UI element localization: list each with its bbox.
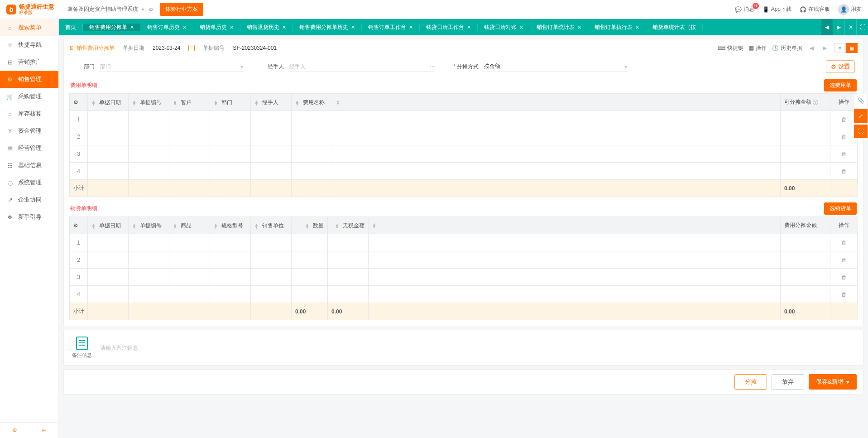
- view-card-button[interactable]: ▦: [846, 43, 858, 53]
- doc-date-value[interactable]: 2023-03-24: [153, 45, 180, 51]
- discard-button[interactable]: 放弃: [772, 374, 804, 390]
- column-header[interactable]: ▲▼客户: [169, 94, 210, 111]
- settings-button[interactable]: ⚙设置: [826, 60, 855, 73]
- trash-icon[interactable]: 🗑: [841, 116, 847, 123]
- method-input[interactable]: [483, 62, 628, 72]
- handler-input[interactable]: [288, 62, 433, 72]
- table-row[interactable]: 1🗑: [70, 111, 858, 128]
- sidebar-item[interactable]: ⌕搜索菜单: [0, 19, 58, 36]
- prev-doc-button[interactable]: ◀: [808, 45, 815, 51]
- close-icon[interactable]: ✕: [282, 24, 286, 30]
- table-row[interactable]: 2🗑: [70, 251, 858, 269]
- column-header[interactable]: ▲▼规格型号: [210, 217, 251, 234]
- history-link[interactable]: 🕓历史单据: [772, 44, 802, 52]
- sidebar-item[interactable]: ▤经营管理: [0, 140, 58, 157]
- column-header[interactable]: ▲▼费用名称: [292, 94, 332, 111]
- operate-link[interactable]: ▦操作: [749, 44, 767, 52]
- shortcut-link[interactable]: ⌨快捷键: [718, 44, 743, 52]
- select-expense-button[interactable]: 选费用单: [824, 79, 857, 91]
- tab[interactable]: 销售订单统计表✕: [530, 24, 588, 31]
- close-icon[interactable]: ✕: [130, 24, 134, 30]
- close-icon[interactable]: ✕: [409, 24, 413, 30]
- tab-scroll-right[interactable]: ▶: [833, 19, 844, 35]
- tab-scroll-left[interactable]: ◀: [821, 19, 833, 35]
- tab[interactable]: 销售订单执行表✕: [588, 24, 646, 31]
- select-sales-button[interactable]: 选销货单: [824, 202, 857, 215]
- trash-icon[interactable]: 🗑: [841, 257, 847, 263]
- view-list-button[interactable]: ≡: [834, 43, 846, 53]
- close-icon[interactable]: ✕: [230, 24, 234, 30]
- close-icon[interactable]: ✕: [519, 24, 523, 30]
- online-service-link[interactable]: 🎧 在线客服: [800, 5, 830, 13]
- tab[interactable]: 销货单统计表（按: [646, 24, 703, 31]
- trash-icon[interactable]: 🗑: [841, 134, 847, 140]
- calendar-icon[interactable]: [188, 45, 195, 51]
- table-row[interactable]: 4🗑: [70, 163, 858, 180]
- column-header[interactable]: ▲▼经手人: [251, 94, 292, 111]
- user-menu[interactable]: 👤 用友: [838, 4, 862, 15]
- tab[interactable]: 钱货日清对账✕: [478, 24, 530, 31]
- table-row[interactable]: 3🗑: [70, 269, 858, 286]
- help-icon[interactable]: ?: [813, 100, 818, 105]
- column-header[interactable]: ▲▼销售单位: [251, 217, 292, 234]
- trash-icon[interactable]: 🗑: [841, 291, 847, 298]
- handler-field[interactable]: 经手人 ⋯: [261, 62, 435, 72]
- tab[interactable]: 销售订单工作台✕: [362, 24, 420, 31]
- column-header[interactable]: ▲▼单据编号: [129, 94, 169, 111]
- gear-icon[interactable]: ⚙: [149, 6, 153, 13]
- messages-link[interactable]: 💬 消息 6: [735, 5, 754, 13]
- sidebar-item[interactable]: 🛒采购管理: [0, 88, 58, 105]
- dept-field[interactable]: 部门 ▾: [72, 62, 243, 72]
- close-icon[interactable]: ✕: [635, 24, 639, 30]
- sidebar-item[interactable]: ⚙销售管理: [0, 71, 58, 88]
- close-icon[interactable]: ✕: [467, 24, 471, 30]
- sidebar-item[interactable]: ⌂库存核算: [0, 105, 58, 122]
- table-row[interactable]: 3🗑: [70, 145, 858, 163]
- column-header[interactable]: 费用分摊金额: [781, 217, 830, 234]
- gear-column[interactable]: ⚙: [70, 94, 88, 111]
- tab-close-all[interactable]: ✕: [844, 19, 856, 35]
- sidebar-item[interactable]: ⊞营销推广: [0, 53, 58, 71]
- next-doc-button[interactable]: ▶: [821, 45, 829, 51]
- table-row[interactable]: 4🗑: [70, 286, 858, 303]
- column-header[interactable]: ▲▼单据日期: [88, 217, 129, 234]
- tab[interactable]: 钱货日清工作台✕: [420, 24, 478, 31]
- tab[interactable]: 销货单历史✕: [193, 24, 240, 31]
- tab[interactable]: 销售费用分摊单历史✕: [293, 24, 362, 31]
- attachment-button[interactable]: 📎: [854, 94, 868, 107]
- fullscreen-button[interactable]: ⛶: [854, 125, 868, 138]
- allocate-button[interactable]: 分摊: [734, 374, 767, 390]
- sidebar-item[interactable]: ☷基础信息: [0, 157, 58, 174]
- column-header[interactable]: ▲▼单据日期: [88, 94, 129, 111]
- system-selector[interactable]: 装备及固定资产辅助管理系统 ▾ ⚙: [67, 5, 153, 13]
- trash-icon[interactable]: 🗑: [841, 240, 847, 246]
- app-download-link[interactable]: 📱 App下载: [762, 5, 791, 13]
- tab[interactable]: 首页: [59, 24, 83, 31]
- method-field[interactable]: 分摊方式 ▾: [453, 62, 627, 72]
- sidebar-item[interactable]: ¥资金管理: [0, 122, 58, 140]
- column-header[interactable]: ▲▼部门: [210, 94, 251, 111]
- dept-input[interactable]: [99, 62, 244, 72]
- column-header[interactable]: ▲▼无税金额: [328, 217, 369, 234]
- tab-expand[interactable]: ⛶: [856, 19, 868, 35]
- collapse-icon[interactable]: ⇤: [42, 427, 46, 433]
- settings-icon[interactable]: ⚙: [12, 427, 17, 433]
- table-row[interactable]: 1🗑: [70, 234, 858, 251]
- tab[interactable]: 销售退货历史✕: [240, 24, 293, 31]
- close-icon[interactable]: ✕: [182, 24, 187, 30]
- expand-button[interactable]: ⤢: [854, 109, 868, 123]
- trash-icon[interactable]: 🗑: [841, 168, 847, 174]
- column-header[interactable]: 可分摊金额?: [781, 94, 830, 111]
- sidebar-item[interactable]: ↗企业协同: [0, 191, 58, 208]
- column-header[interactable]: ▲▼商品: [169, 217, 210, 234]
- sidebar-item[interactable]: ◌系统管理: [0, 174, 58, 191]
- industry-plan-button[interactable]: 体验行业方案: [160, 3, 203, 16]
- close-icon[interactable]: ✕: [351, 24, 355, 30]
- tab[interactable]: 销售费用分摊单✕: [83, 24, 141, 31]
- close-icon[interactable]: ✕: [577, 24, 581, 30]
- trash-icon[interactable]: 🗑: [841, 274, 847, 280]
- column-header[interactable]: ▲▼单据编号: [129, 217, 169, 234]
- gear-column[interactable]: ⚙: [70, 217, 88, 234]
- sidebar-item[interactable]: ❖新手引导: [0, 208, 58, 226]
- remark-input[interactable]: [100, 345, 855, 351]
